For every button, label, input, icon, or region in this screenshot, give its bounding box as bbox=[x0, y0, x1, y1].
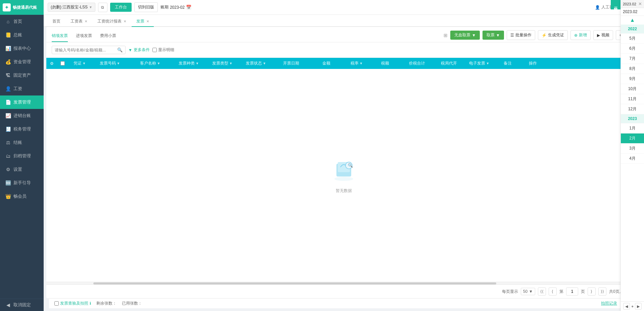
fixed-icon: 🏗 bbox=[5, 73, 11, 78]
service-icon: 👤 bbox=[595, 5, 600, 10]
date-next-button[interactable]: ▶ bbox=[635, 303, 642, 310]
home-icon: ⌂ bbox=[5, 19, 11, 24]
th-checkbox[interactable] bbox=[57, 61, 68, 66]
svg-text:🔍: 🔍 bbox=[348, 163, 353, 168]
ticket-dropdown-icon: ▼ bbox=[496, 33, 500, 38]
page-first-button[interactable]: ⟨⟨ bbox=[538, 287, 546, 296]
cancel-pin-button[interactable]: ◀ 取消固定 bbox=[0, 299, 44, 311]
tab-close-payroll[interactable]: ✕ bbox=[85, 20, 87, 23]
ticket-button[interactable]: 取票 ▼ bbox=[482, 31, 504, 40]
tab-close-invoice[interactable]: ✕ bbox=[146, 20, 149, 23]
sidebar-item-reports[interactable]: 📊 报表中心 bbox=[0, 42, 44, 55]
th-customer-filter[interactable]: ▼ bbox=[157, 62, 160, 65]
batch-button[interactable]: ☰ 批量操作 bbox=[507, 30, 535, 40]
new-button[interactable]: ⊕ 新增 bbox=[570, 30, 591, 40]
show-detail-checkbox[interactable]: 显示明细 bbox=[152, 47, 174, 53]
sidebar-item-ledger[interactable]: 📒 总账 bbox=[0, 28, 44, 42]
tab-payroll-label: 工资表 bbox=[71, 18, 83, 24]
date-scroll-up[interactable]: ▲ bbox=[621, 16, 644, 25]
month-2023-3[interactable]: 3月 bbox=[621, 144, 644, 154]
sub-tab-sales[interactable]: 销项发票 bbox=[52, 31, 68, 42]
month-2023-1[interactable]: 1月 bbox=[621, 123, 644, 133]
month-2023-4[interactable]: 4月 bbox=[621, 154, 644, 164]
sidebar-item-settlement[interactable]: ⚖ 结账 bbox=[0, 136, 44, 149]
sidebar-item-invoice[interactable]: 📄 发票管理 bbox=[0, 95, 44, 109]
generate-button[interactable]: ⚡ 生成凭证 bbox=[538, 30, 568, 40]
guide-icon: 🆕 bbox=[5, 180, 11, 186]
copy-button[interactable]: ⧉ bbox=[98, 3, 107, 12]
month-2022-6[interactable]: 6月 bbox=[621, 44, 644, 54]
month-2022-10[interactable]: 10月 bbox=[621, 84, 644, 94]
invoice-check-checkbox[interactable] bbox=[54, 301, 59, 306]
capital-icon: 💰 bbox=[5, 59, 11, 65]
sub-tab-expense[interactable]: 费用小票 bbox=[100, 31, 116, 42]
th-invoice-type-filter[interactable]: ▼ bbox=[196, 62, 199, 65]
invoice-check-button[interactable]: 发票查验及拍照 ℹ bbox=[54, 301, 91, 306]
calendar-icon[interactable]: 📅 bbox=[186, 5, 191, 10]
sidebar-item-member[interactable]: 👑 畅会员 bbox=[0, 190, 44, 203]
th-gear[interactable]: ⚙ bbox=[46, 61, 57, 66]
year-2022: 2022 bbox=[621, 25, 644, 34]
open-period-button[interactable]: 开账日期 bbox=[611, 0, 620, 9]
open-period-label: 开账日期 bbox=[613, 3, 618, 6]
th-invoice-status-filter[interactable]: ▼ bbox=[263, 62, 266, 65]
month-2023-2[interactable]: 2月 bbox=[621, 133, 644, 144]
scrollbar-thumb[interactable] bbox=[93, 282, 496, 284]
sidebar-item-archive[interactable]: 🗂 归档管理 bbox=[0, 149, 44, 163]
month-2022-12[interactable]: 12月 bbox=[621, 104, 644, 114]
video-button[interactable]: ▶ 视频 bbox=[593, 30, 613, 40]
month-2022-9[interactable]: 9月 bbox=[621, 74, 644, 84]
sub-tab-purchase[interactable]: 进项发票 bbox=[76, 31, 92, 42]
page-prev-button[interactable]: ⟨ bbox=[549, 287, 557, 296]
workbench-button[interactable]: 工作台 bbox=[110, 3, 132, 12]
tab-payroll[interactable]: 工资表 ✕ bbox=[66, 16, 92, 27]
company-dropdown-arrow: ▼ bbox=[89, 5, 92, 9]
company-selector[interactable]: (勿删) 江西股宝-LSS ▼ bbox=[48, 3, 95, 12]
select-all-checkbox[interactable] bbox=[60, 61, 65, 66]
sidebar-item-guide[interactable]: 🆕 新手引导 bbox=[0, 176, 44, 190]
th-remark: 备注 bbox=[494, 61, 521, 66]
month-2022-11[interactable]: 11月 bbox=[621, 94, 644, 104]
no-ticket-button[interactable]: 无血取票 ▼ bbox=[450, 31, 480, 40]
th-e-invoice-filter[interactable]: ▼ bbox=[486, 62, 490, 65]
month-2022-7[interactable]: 7月 bbox=[621, 54, 644, 64]
sales-icon: 📈 bbox=[5, 113, 11, 118]
no-ticket-dropdown-icon: ▼ bbox=[472, 33, 476, 38]
date-panel-close[interactable]: ✕ bbox=[638, 1, 642, 6]
tab-invoice[interactable]: 发票 ✕ bbox=[132, 16, 154, 27]
sidebar-item-label: 工资 bbox=[13, 86, 22, 92]
th-invoice-no-filter[interactable]: ▼ bbox=[117, 62, 120, 65]
sidebar-item-payroll[interactable]: 👤 工资 bbox=[0, 82, 44, 95]
page-last-button[interactable]: ⟩⟩ bbox=[598, 287, 606, 296]
date-prev-button[interactable]: ◀ bbox=[623, 303, 630, 310]
month-2022-8[interactable]: 8月 bbox=[621, 64, 644, 74]
page-input[interactable] bbox=[566, 287, 578, 296]
page-next-button[interactable]: ⟩ bbox=[588, 287, 596, 296]
sidebar-item-tax[interactable]: 🧾 税务管理 bbox=[0, 122, 44, 136]
th-invoice-cat-filter[interactable]: ▼ bbox=[229, 62, 233, 65]
tab-payroll-stats[interactable]: 工资统计报表 ✕ bbox=[93, 16, 131, 27]
sidebar-item-capital[interactable]: 💰 资金管理 bbox=[0, 55, 44, 69]
member-icon: 👑 bbox=[5, 194, 11, 199]
switch-version-button[interactable]: 切到旧版 bbox=[134, 2, 158, 12]
th-voucher-filter[interactable]: ▼ bbox=[83, 62, 86, 65]
sidebar-item-sales[interactable]: 📈 进销台账 bbox=[0, 109, 44, 122]
th-invoice-type: 发票种类 ▼ bbox=[172, 61, 205, 66]
sidebar-item-settings[interactable]: ⚙ 设置 bbox=[0, 163, 44, 176]
sidebar-item-home[interactable]: ⌂ 首页 bbox=[0, 15, 44, 28]
tab-close-payroll-stats[interactable]: ✕ bbox=[124, 20, 126, 23]
search-icon[interactable]: 🔍 bbox=[117, 47, 123, 52]
search-input[interactable] bbox=[55, 48, 116, 52]
month-2022-5[interactable]: 5月 bbox=[621, 34, 644, 44]
th-tax-label: 税额 bbox=[381, 61, 389, 66]
th-tax-rate-filter[interactable]: ▼ bbox=[360, 62, 363, 65]
horizontal-scrollbar[interactable] bbox=[46, 282, 641, 284]
per-page-select[interactable]: 50 ▼ bbox=[521, 288, 535, 295]
photo-record-link[interactable]: 拍照记录 bbox=[601, 301, 617, 306]
th-customer-label: 客户名称 bbox=[140, 61, 156, 66]
sidebar-item-fixed[interactable]: 🏗 固定资产 bbox=[0, 69, 44, 82]
filter-button[interactable]: ▼ 更多条件 bbox=[128, 47, 150, 53]
tab-home[interactable]: 首页 bbox=[48, 16, 65, 27]
show-detail-input[interactable] bbox=[152, 48, 157, 52]
th-invoice-cat-label: 发票类型 bbox=[212, 61, 228, 66]
